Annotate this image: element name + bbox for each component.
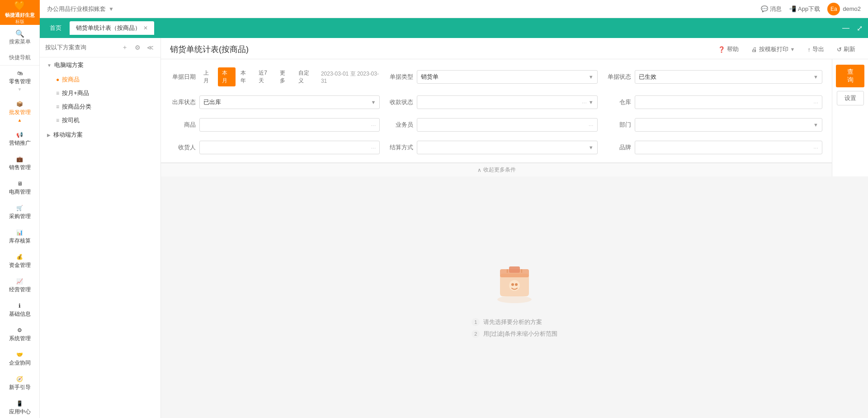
sidebar-quicknav[interactable]: 快捷导航 bbox=[0, 50, 39, 66]
sidebar-item-marketing[interactable]: 📢 营销推广 bbox=[0, 127, 39, 152]
sidebar-item-retail[interactable]: 🛍 零售管理 ▼ bbox=[0, 66, 39, 96]
payment-status-select[interactable]: ··· ▼ bbox=[417, 95, 597, 109]
receiver-dots[interactable]: ··· bbox=[371, 144, 376, 151]
pill-last-7[interactable]: 近7天 bbox=[255, 67, 275, 86]
finance-icon: 💰 bbox=[16, 254, 23, 260]
app-download-icon: 📲 bbox=[789, 5, 796, 12]
collapse-bar[interactable]: ∧ 收起更多条件 bbox=[161, 163, 832, 176]
collapse-label: 收起更多条件 bbox=[483, 166, 516, 174]
filter-main: 单据日期 上月 本月 本年 近7天 更多 自定义 bbox=[161, 59, 832, 176]
filter-area: 单据日期 上月 本月 本年 近7天 更多 自定义 bbox=[161, 59, 832, 163]
sidebar-item-cooperation[interactable]: 🤝 企业协同 bbox=[0, 347, 39, 371]
tree-by-month-product[interactable]: ≡ 按月+商品 bbox=[52, 86, 160, 100]
sidebar-item-basic[interactable]: ℹ 基础信息 bbox=[0, 298, 39, 323]
salesperson-dots[interactable]: ··· bbox=[589, 122, 594, 128]
pill-custom[interactable]: 自定义 bbox=[294, 67, 316, 86]
product-dots[interactable]: ··· bbox=[371, 122, 376, 128]
filter-brand-cell: 品牌 ··· bbox=[605, 138, 823, 157]
salesperson-input[interactable]: ··· bbox=[417, 118, 597, 132]
payment-status-dots[interactable]: ··· bbox=[582, 99, 587, 106]
pill-this-year[interactable]: 本年 bbox=[236, 67, 254, 86]
empty-state: 1 请先选择要分析的方案 2 用[过滤]条件来缩小分析范围 bbox=[472, 256, 557, 338]
sidebar-item-app-center[interactable]: 📱 应用中心 bbox=[0, 396, 39, 418]
inventory-icon: 📊 bbox=[16, 229, 23, 236]
pill-last-month[interactable]: 上月 bbox=[199, 67, 217, 86]
sidebar-item-label-app-center: 应用中心 bbox=[9, 408, 31, 416]
topbar-actions: 💬 消息 📲 App下载 Ea demo2 bbox=[761, 3, 861, 15]
receiver-input[interactable]: ··· bbox=[199, 141, 380, 154]
message-action[interactable]: 💬 消息 bbox=[761, 5, 782, 13]
reset-button[interactable]: 设置 bbox=[837, 91, 864, 105]
pill-more[interactable]: 更多 bbox=[276, 67, 293, 86]
doc-type-value: 销货单 bbox=[421, 73, 586, 81]
sidebar-search[interactable]: 🔍 搜索菜单 bbox=[0, 25, 39, 50]
department-caret-icon: ▼ bbox=[813, 122, 818, 128]
system-icon: ⚙ bbox=[17, 327, 22, 333]
sidebar-item-guide[interactable]: 🧭 新手引导 bbox=[0, 371, 39, 396]
sidebar-item-label-sales: 销售管理 bbox=[9, 164, 31, 171]
tab-close-icon[interactable]: ✕ bbox=[143, 25, 148, 31]
sidebar-item-purchase[interactable]: 🛒 采购管理 bbox=[0, 200, 39, 225]
filter-receiver-cell: 收货人 ··· bbox=[170, 138, 387, 157]
sidebar-item-system[interactable]: ⚙ 系统管理 bbox=[0, 323, 39, 347]
tab-sales-stats-label: 销货单统计表（按商品） bbox=[76, 24, 141, 32]
payment-method-select[interactable]: ▼ bbox=[417, 141, 597, 154]
export-btn[interactable]: ↑ 导出 bbox=[804, 43, 828, 55]
product-input[interactable]: ··· bbox=[199, 118, 380, 132]
collapse-left-btn[interactable]: ≪ bbox=[145, 43, 155, 52]
tab-sales-stats[interactable]: 销货单统计表（按商品） ✕ bbox=[70, 21, 154, 35]
tree-pc-node[interactable]: ▼ 电脑端方案 bbox=[40, 57, 160, 73]
out-status-label: 出库状态 bbox=[170, 98, 199, 106]
logo-text: 畅捷通好生意 bbox=[5, 12, 35, 19]
department-select[interactable]: ▼ bbox=[635, 118, 822, 132]
sidebar: 🧡 畅捷通好生意 标版 🔍 搜索菜单 快捷导航 🛍 零售管理 ▼ 📦 批发管理 … bbox=[0, 0, 40, 418]
brand-input[interactable]: ··· bbox=[635, 141, 822, 154]
sidebar-item-inventory[interactable]: 📊 库存核算 bbox=[0, 225, 39, 249]
user-action[interactable]: Ea demo2 bbox=[827, 3, 861, 15]
active-dot-icon: ● bbox=[56, 76, 59, 83]
tree-mobile-node[interactable]: ▶ 移动端方案 bbox=[40, 127, 160, 142]
brand-dots[interactable]: ··· bbox=[813, 144, 818, 151]
help-btn[interactable]: ❓ 帮助 bbox=[714, 43, 742, 55]
doc-type-select[interactable]: 销货单 ▼ bbox=[417, 70, 597, 84]
sidebar-item-ecommerce[interactable]: 🖥 电商管理 bbox=[0, 176, 39, 200]
filter-department-cell: 部门 ▼ bbox=[605, 115, 823, 134]
payment-status-caret-icon: ▼ bbox=[589, 100, 594, 105]
out-status-select[interactable]: 已出库 ▼ bbox=[199, 95, 380, 109]
app-download-action[interactable]: 📲 App下载 bbox=[789, 5, 820, 13]
tree-by-printer[interactable]: ≡ 按司机 bbox=[52, 114, 160, 127]
doc-type-caret-icon: ▼ bbox=[589, 74, 594, 80]
tree-by-product[interactable]: ● 按商品 bbox=[52, 73, 160, 86]
marketing-icon: 📢 bbox=[16, 132, 23, 138]
tree-by-category[interactable]: ≡ 按商品分类 bbox=[52, 100, 160, 114]
sidebar-logo[interactable]: 🧡 畅捷通好生意 标版 bbox=[0, 0, 40, 25]
add-scheme-btn[interactable]: ＋ bbox=[120, 43, 130, 52]
brand-label: 品牌 bbox=[605, 143, 635, 152]
doc-status-select[interactable]: 已生效 ▼ bbox=[635, 70, 822, 84]
category-icon: ≡ bbox=[56, 104, 59, 110]
industry-dropdown[interactable]: ▼ bbox=[108, 6, 114, 12]
settings-scheme-btn[interactable]: ⚙ bbox=[132, 43, 142, 52]
warehouse-input[interactable]: ··· bbox=[635, 95, 822, 109]
sidebar-item-finance[interactable]: 💰 资金管理 bbox=[0, 249, 39, 274]
filter-payment-method-cell: 结算方式 ▼ bbox=[387, 138, 605, 157]
salesperson-label: 业务员 bbox=[387, 121, 417, 129]
empty-step-1: 1 请先选择要分析的方案 bbox=[472, 318, 557, 326]
tab-expand-icon[interactable]: ⤢ bbox=[855, 22, 864, 34]
left-panel: 按以下方案查询 ＋ ⚙ ≪ ▼ 电脑端方案 ● 按商品 bbox=[40, 38, 161, 418]
search-button[interactable]: 查询 bbox=[836, 65, 864, 87]
sidebar-item-operation[interactable]: 📈 经营管理 bbox=[0, 274, 39, 298]
mobile-node-label: 移动端方案 bbox=[53, 131, 83, 139]
pill-this-month[interactable]: 本月 bbox=[218, 67, 236, 86]
sidebar-item-wholesale[interactable]: 📦 批发管理 ▲ bbox=[0, 96, 39, 127]
basic-icon: ℹ bbox=[19, 303, 21, 309]
sidebar-item-sales[interactable]: 💼 销售管理 bbox=[0, 152, 39, 176]
tab-minimize-icon[interactable]: — bbox=[840, 22, 851, 34]
refresh-btn[interactable]: ↺ 刷新 bbox=[833, 43, 859, 55]
tab-home[interactable]: 首页 bbox=[43, 21, 68, 35]
sidebar-item-label-inventory: 库存核算 bbox=[9, 237, 31, 245]
date-range-text: 2023-03-01 至 2023-03-31 bbox=[321, 70, 380, 84]
print-btn[interactable]: 🖨 按模板打印 ▼ bbox=[748, 43, 799, 55]
left-panel-header: 按以下方案查询 ＋ ⚙ ≪ bbox=[40, 38, 160, 57]
warehouse-dots[interactable]: ··· bbox=[813, 99, 818, 106]
